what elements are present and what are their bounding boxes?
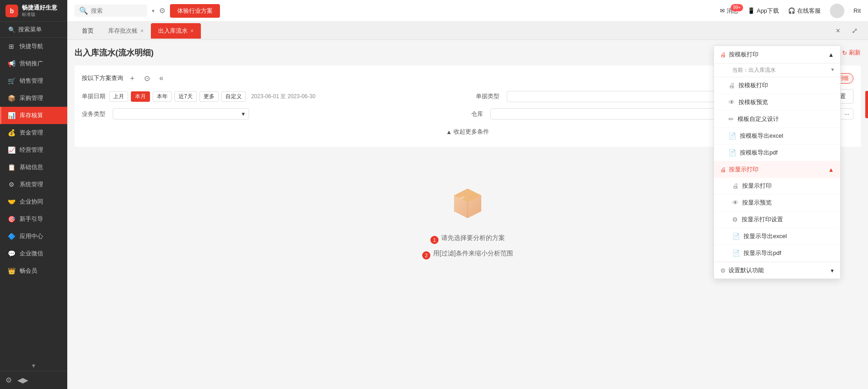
- date-btn-custom[interactable]: 自定义: [221, 91, 246, 102]
- sidebar-item-collab[interactable]: 🤝 企业协同: [0, 193, 67, 210]
- tab-batch-close[interactable]: ×: [140, 28, 144, 34]
- template-pdf-icon: 📄: [728, 149, 736, 156]
- dropdown-item-display-print-setting[interactable]: ⚙ 按显示打印设置: [714, 211, 840, 228]
- app-logo-icon: b: [5, 5, 18, 17]
- basic-icon: 📋: [7, 164, 16, 171]
- date-btn-this-month[interactable]: 本月: [131, 91, 150, 102]
- display-print-icon: 🖨: [732, 182, 738, 190]
- sidebar-item-quick-nav[interactable]: ⊞ 快捷导航: [0, 38, 67, 55]
- dropdown-item-display-print[interactable]: 🖨 按显示打印: [714, 178, 840, 194]
- topbar-chevron-icon[interactable]: ▾: [152, 8, 155, 14]
- quick-nav-icon: ⊞: [7, 43, 16, 50]
- footer-settings-icon: ⚙: [720, 267, 726, 274]
- app-logo-text: 畅捷通好生意 标准版: [22, 4, 57, 18]
- topbar-online-service[interactable]: 🎧 在线客服: [788, 7, 821, 15]
- display-excel-icon: 📄: [732, 233, 740, 240]
- user-avatar[interactable]: [830, 4, 844, 18]
- sidebar-item-sales[interactable]: 🛒 销售管理: [0, 72, 67, 90]
- date-quick-buttons: 上月 本月 本年 近7天 更多 自定义: [109, 91, 246, 102]
- dropdown-item-display-pdf[interactable]: 📄 按显示导出pdf: [714, 245, 840, 262]
- topbar-search-box[interactable]: 🔍: [75, 5, 147, 17]
- dropdown-item-template-pdf[interactable]: 📄 按模板导出pdf: [714, 145, 840, 161]
- chevron-up-icon2: ▲: [446, 129, 452, 135]
- current-chevron-icon: ▾: [831, 66, 834, 73]
- date-btn-7days[interactable]: 近7天: [175, 91, 197, 102]
- purchase-icon: 📦: [7, 95, 16, 102]
- maximize-window-btn[interactable]: ⤢: [848, 25, 861, 37]
- sidebar-bottom: ⚙ ◀▶: [0, 371, 67, 389]
- topbar-search-input[interactable]: [91, 7, 136, 14]
- sales-icon: 🛒: [7, 77, 16, 85]
- inventory-icon: 📊: [7, 112, 16, 119]
- sidebar-scroll-down[interactable]: ▼: [0, 361, 67, 371]
- dropdown-item-template-print[interactable]: 🖨 按模板打印: [714, 77, 840, 94]
- settings-icon[interactable]: ⚙: [5, 376, 12, 384]
- tab-home[interactable]: 首页: [75, 23, 101, 39]
- date-btn-more[interactable]: 更多: [200, 91, 219, 102]
- footer-chevron-down-icon: ▾: [831, 267, 834, 274]
- template-custom-icon: ✏: [728, 115, 734, 123]
- tab-flow[interactable]: 出入库流水 ×: [151, 23, 201, 39]
- search-icon: 🔍: [8, 26, 15, 33]
- phone-icon: 📱: [748, 7, 755, 14]
- date-btn-this-year[interactable]: 本年: [153, 91, 172, 102]
- template-print-header-icon: 🖨: [720, 51, 726, 58]
- template-print-section-header[interactable]: 🖨 按模板打印 ▲: [714, 46, 840, 64]
- industry-btn[interactable]: 体验行业方案: [170, 4, 220, 18]
- sidebar-logo: b 畅捷通好生意 标准版: [0, 0, 67, 22]
- topbar-search-icon: 🔍: [79, 6, 88, 15]
- app-center-icon: 🔷: [7, 233, 16, 240]
- dropdown-item-display-preview[interactable]: 👁 按显示预览: [714, 194, 840, 211]
- sidebar-item-finance[interactable]: 💰 资金管理: [0, 124, 67, 141]
- date-btn-last-month[interactable]: 上月: [109, 91, 128, 102]
- collapse-icon[interactable]: ◀▶: [17, 376, 28, 384]
- filter-setting-btn[interactable]: ⊙: [141, 73, 152, 84]
- sidebar-item-app-center[interactable]: 🔷 应用中心: [0, 228, 67, 245]
- sidebar-item-inventory[interactable]: 📊 库存核算: [0, 107, 67, 124]
- service-icon: 🎧: [788, 7, 795, 14]
- dropdown-item-template-excel[interactable]: 📄 按模板导出excel: [714, 128, 840, 145]
- topbar-gear-icon[interactable]: ⚙: [159, 6, 165, 15]
- refresh-btn[interactable]: ↻ 刷新: [842, 49, 861, 57]
- filter-add-btn[interactable]: ＋: [127, 73, 138, 84]
- sidebar-item-marketing[interactable]: 📢 营销推广: [0, 55, 67, 72]
- tab-flow-close[interactable]: ×: [190, 28, 194, 34]
- right-edge-bar: [865, 91, 868, 118]
- dropdown-item-template-preview[interactable]: 👁 按模板预览: [714, 94, 840, 111]
- tab-controls: × ⤢: [832, 25, 861, 37]
- topbar-message[interactable]: ✉ 消息 99+: [720, 7, 738, 15]
- dropdown-item-template-custom[interactable]: ✏ 模板自定义设计: [714, 111, 840, 128]
- dropdown-panel: 🖨 按模板打印 ▲ 当前：出入库流水 ▾ 🖨 按模板打印 👁 按模板预览 ✏ 模…: [713, 45, 841, 279]
- dropdown-current-label: 当前：出入库流水 ▾: [714, 64, 840, 77]
- business-type-select[interactable]: ▾: [113, 108, 249, 120]
- sidebar-item-purchase[interactable]: 📦 采购管理: [0, 90, 67, 107]
- template-print-item-icon: 🖨: [728, 82, 735, 89]
- display-print-subsection: 🖨 按显示打印 ▲: [714, 161, 840, 178]
- sidebar-item-guide[interactable]: 🎯 新手引导: [0, 210, 67, 228]
- tab-batch[interactable]: 库存批次账 ×: [101, 23, 151, 39]
- collab-icon: 🤝: [7, 198, 16, 205]
- close-window-btn[interactable]: ×: [832, 25, 844, 37]
- hint-1-num: 1: [430, 236, 439, 244]
- dropdown-footer-default[interactable]: ⚙ 设置默认功能 ▾: [714, 262, 840, 279]
- message-badge: 99+: [731, 4, 743, 11]
- topbar: 🔍 ▾ ⚙ 体验行业方案 ✉ 消息 99+ 📱 App下载 🎧 在线客服 Rit: [67, 0, 868, 22]
- display-print-setting-icon: ⚙: [732, 216, 738, 223]
- sidebar-item-member[interactable]: 👑 畅会员: [0, 262, 67, 279]
- username[interactable]: Rit: [853, 7, 861, 14]
- sidebar-nav: ⊞ 快捷导航 📢 营销推广 🛒 销售管理 📦 采购管理 📊 库存核算 💰 资金管…: [0, 38, 67, 361]
- filter-collapse-btn[interactable]: «: [156, 73, 167, 84]
- display-print-header-icon: 🖨: [720, 166, 726, 173]
- sidebar-item-operation[interactable]: 📈 经营管理: [0, 141, 67, 159]
- topbar-app-download[interactable]: 📱 App下载: [748, 7, 779, 15]
- sidebar-item-wechat[interactable]: 💬 企业微信: [0, 245, 67, 262]
- sidebar-item-system[interactable]: ⚙ 系统管理: [0, 176, 67, 193]
- template-preview-icon: 👁: [728, 99, 735, 106]
- marketing-icon: 📢: [7, 60, 16, 67]
- display-print-section-header[interactable]: 🖨 按显示打印 ▲: [714, 161, 840, 178]
- sidebar-search[interactable]: 🔍 搜索菜单: [0, 22, 67, 38]
- date-range: 2023-06-01 至 2023-06-30: [251, 93, 315, 100]
- refresh-icon: ↻: [842, 50, 847, 56]
- sidebar-item-basic[interactable]: 📋 基础信息: [0, 159, 67, 176]
- dropdown-item-display-excel[interactable]: 📄 按显示导出excel: [714, 228, 840, 245]
